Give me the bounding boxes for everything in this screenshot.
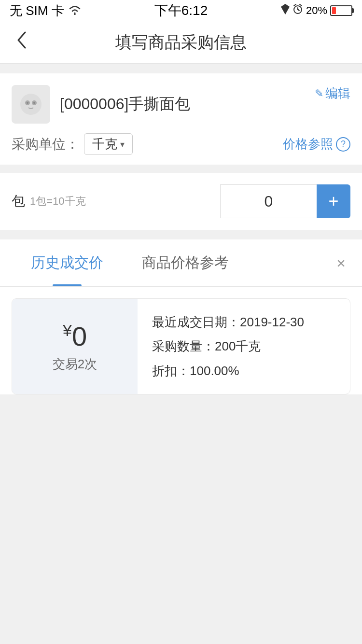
tabs-header: 历史成交价 商品价格参考 × xyxy=(0,239,362,287)
quantity-input[interactable]: 0 xyxy=(220,184,317,218)
recent-date-row: 最近成交日期：2019-12-30 xyxy=(152,313,335,331)
price-ref-icon: ? xyxy=(336,137,350,152)
quantity-label: 采购数量： xyxy=(152,339,215,353)
product-name: [0000006]手撕面包 xyxy=(60,94,190,115)
tab-reference[interactable]: 商品价格参考 xyxy=(123,239,248,286)
carrier-text: 无 SIM 卡 xyxy=(10,2,64,19)
history-trades: 交易2次 xyxy=(53,356,97,373)
product-unit-row: 采购单位： 千克 ▾ 价格参照 ? xyxy=(12,133,350,155)
discount-row: 折扣：100.00% xyxy=(152,362,335,379)
battery-icon xyxy=(330,5,352,16)
history-details: 最近成交日期：2019-12-30 采购数量：200千克 折扣：100.00% xyxy=(138,299,350,394)
price-ref-label: 价格参照 xyxy=(283,136,333,153)
svg-point-1 xyxy=(20,94,42,115)
svg-point-4 xyxy=(27,102,28,104)
quantity-unit-name: 包 xyxy=(12,192,25,210)
tabs-section: 历史成交价 商品价格参考 × ¥0 交易2次 最近成交日期：2019-12-30… xyxy=(0,239,362,394)
history-price-value: ¥0 xyxy=(63,321,87,352)
tabs-close-button[interactable]: × xyxy=(332,249,350,277)
recent-date-label: 最近成交日期： xyxy=(152,315,240,329)
purchase-quantity-row: 采购数量：200千克 xyxy=(152,337,335,355)
quantity-plus-button[interactable]: + xyxy=(317,184,350,218)
dropdown-arrow-icon: ▾ xyxy=(120,139,125,150)
back-button[interactable] xyxy=(12,27,32,58)
discount-label: 折扣： xyxy=(152,364,190,378)
status-time: 下午6:12 xyxy=(154,1,208,20)
product-card: [0000006]手撕面包 ✎ 编辑 采购单位： 千克 ▾ 价格参照 ? xyxy=(0,73,362,165)
status-right: 20% xyxy=(281,4,352,17)
recent-date-value: 2019-12-30 xyxy=(240,315,304,329)
location-icon xyxy=(281,4,290,17)
product-left: [0000006]手撕面包 xyxy=(12,85,190,124)
page-title: 填写商品采购信息 xyxy=(115,31,247,54)
currency-symbol: ¥ xyxy=(63,321,72,339)
quantity-row: 包 1包=10千克 0 + xyxy=(0,172,362,230)
quantity-value: 200千克 xyxy=(215,339,261,353)
alarm-icon xyxy=(292,4,303,17)
unit-value: 千克 xyxy=(92,136,117,153)
status-left: 无 SIM 卡 xyxy=(10,2,82,19)
edit-button[interactable]: ✎ 编辑 xyxy=(315,85,350,102)
status-bar: 无 SIM 卡 下午6:12 20% xyxy=(0,0,362,21)
price-ref-button[interactable]: 价格参照 ? xyxy=(283,136,350,153)
section-divider xyxy=(0,230,362,235)
history-card: ¥0 交易2次 最近成交日期：2019-12-30 采购数量：200千克 折扣：… xyxy=(12,298,350,394)
history-price-panel: ¥0 交易2次 xyxy=(12,299,138,394)
battery-percent: 20% xyxy=(306,4,327,17)
product-thumbnail xyxy=(12,85,50,124)
wifi-icon xyxy=(68,3,82,18)
svg-point-5 xyxy=(33,102,35,104)
product-header: [0000006]手撕面包 ✎ 编辑 xyxy=(12,85,350,124)
quantity-unit-info: 包 1包=10千克 xyxy=(12,192,86,210)
unit-dropdown[interactable]: 千克 ▾ xyxy=(84,133,133,155)
edit-icon: ✎ xyxy=(315,87,323,100)
quantity-controls: 0 + xyxy=(220,184,350,218)
tab-history[interactable]: 历史成交价 xyxy=(12,239,123,286)
unit-label: 采购单位： 千克 ▾ xyxy=(12,133,133,155)
nav-bar: 填写商品采购信息 xyxy=(0,21,362,64)
quantity-unit-conversion: 1包=10千克 xyxy=(30,194,86,209)
discount-value: 100.00% xyxy=(190,364,239,378)
